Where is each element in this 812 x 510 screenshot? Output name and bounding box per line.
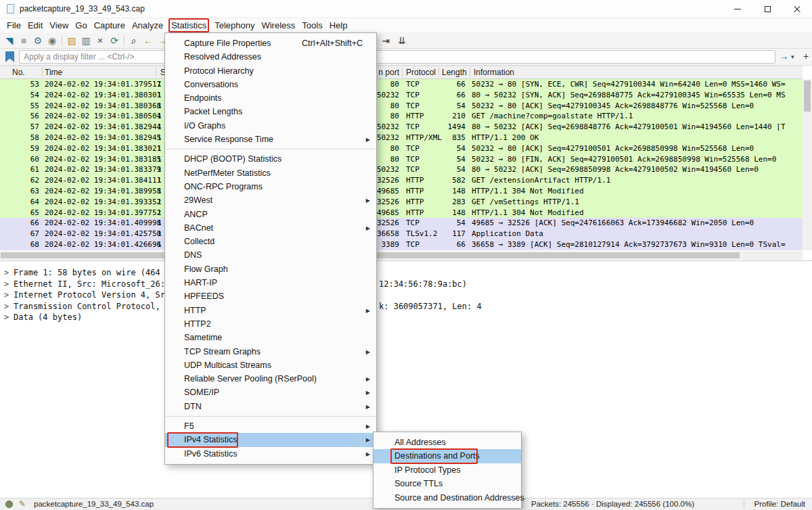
packet-row-66[interactable]: 662024-02-02 19:34:01.409998132526TCP544… (0, 218, 803, 229)
minimize-button[interactable] (723, 0, 752, 18)
packet-row-53[interactable]: 532024-02-02 19:34:01.379517180TCP665023… (0, 79, 803, 90)
menu-item-bacnet[interactable]: BACnet▶ (165, 221, 376, 235)
menu-item-endpoints[interactable]: Endpoints (165, 91, 376, 105)
expert-info-icon[interactable] (5, 501, 13, 508)
menu-item-dtn[interactable]: DTN▶ (165, 400, 376, 413)
packet-row-56[interactable]: 562024-02-02 19:34:01.380504180HTTP210GE… (0, 111, 803, 122)
capture-restart-icon[interactable]: ◉ (45, 34, 59, 47)
column-header-length[interactable]: Length (442, 66, 467, 79)
menubar-item-tools[interactable]: Tools (300, 20, 323, 31)
menu-item-protocol-hierarchy[interactable]: Protocol Hierarchy (165, 64, 376, 78)
display-filter-input[interactable] (19, 50, 775, 64)
close-capture-icon[interactable]: × (93, 34, 107, 47)
detail-line[interactable]: >Data (4 bytes) (0, 312, 812, 323)
filter-bookmark-icon[interactable] (5, 51, 14, 62)
menu-item-conversations[interactable]: Conversations (165, 78, 376, 91)
menu-item-collectd[interactable]: Collectd (165, 235, 376, 248)
menu-item-dhcp-bootp-statistics[interactable]: DHCP (BOOTP) Statistics (165, 152, 376, 166)
capture-stop-icon[interactable]: ■ (17, 34, 30, 47)
menubar-item-help[interactable]: Help (328, 20, 349, 31)
menu-item-sametime[interactable]: Sametime (165, 331, 376, 344)
packet-row-64[interactable]: 642024-02-02 19:34:01.393352132526HTTP28… (0, 197, 803, 208)
previous-packet-icon[interactable]: ← (141, 34, 155, 47)
find-packet-icon[interactable]: ⌕ (127, 34, 141, 47)
menu-item-29west[interactable]: 29West▶ (165, 193, 376, 207)
menu-item-http2[interactable]: HTTP2 (165, 317, 376, 331)
menu-item-dns[interactable]: DNS (165, 248, 376, 262)
menubar-item-edit[interactable]: Edit (26, 20, 44, 31)
menu-item-onc-rpc-programs[interactable]: ONC-RPC Programs (165, 180, 376, 193)
packet-row-62[interactable]: 622024-02-02 19:34:01.384111132526HTTP58… (0, 175, 803, 186)
column-header-information[interactable]: Information (474, 66, 514, 79)
packet-row-54[interactable]: 542024-02-02 19:34:01.380301150232TCP668… (0, 90, 803, 101)
column-header-no[interactable]: No. (12, 66, 25, 79)
menu-item-source-and-destination-addresses[interactable]: Source and Destination Addresses (374, 491, 521, 505)
menubar-item-wireless[interactable]: Wireless (260, 20, 296, 31)
packet-row-57[interactable]: 572024-02-02 19:34:01.382944150232TCP149… (0, 122, 803, 133)
menu-item-destinations-and-ports[interactable]: Destinations and Ports (374, 449, 521, 463)
menu-item-tcp-stream-graphs[interactable]: TCP Stream Graphs▶ (165, 345, 376, 358)
menubar-item-go[interactable]: Go (74, 20, 88, 31)
packet-row-58[interactable]: 582024-02-02 19:34:01.382945150232HTTP/X… (0, 133, 803, 143)
expand-icon[interactable]: > (4, 267, 14, 279)
menu-item-service-response-time[interactable]: Service Response Time▶ (165, 133, 376, 146)
menubar-item-telephony[interactable]: Telephony (213, 20, 256, 31)
open-capture-icon[interactable]: ▨ (65, 34, 78, 47)
add-filter-button[interactable]: + (801, 51, 811, 62)
menu-item-udp-multicast-streams[interactable]: UDP Multicast Streams (165, 358, 376, 372)
packet-row-59[interactable]: 592024-02-02 19:34:01.383021180TCP545023… (0, 143, 803, 154)
vertical-scrollbar[interactable] (803, 79, 812, 250)
menu-item-packet-lengths[interactable]: Packet Lengths (165, 105, 376, 118)
packet-row-63[interactable]: 632024-02-02 19:34:01.389958149685HTTP14… (0, 186, 803, 197)
expand-icon[interactable]: > (4, 301, 14, 312)
menubar-item-capture[interactable]: Capture (93, 20, 127, 31)
expand-icon[interactable]: > (4, 289, 14, 301)
column-header-protocol[interactable]: Protocol (406, 66, 436, 79)
reload-capture-icon[interactable]: ⟳ (108, 34, 121, 47)
capture-options-icon[interactable]: ⚙ (31, 34, 45, 47)
vertical-scrollbar-thumb[interactable] (804, 80, 811, 112)
expand-icon[interactable]: > (4, 312, 14, 323)
menu-item-hart-ip[interactable]: HART-IP (165, 276, 376, 289)
menu-item-flow-graph[interactable]: Flow Graph (165, 262, 376, 276)
menu-item-ancp[interactable]: ANCP (165, 208, 376, 221)
menubar-item-statistics[interactable]: Statistics (168, 18, 209, 32)
menu-item-ipv4-statistics[interactable]: IPv4 Statistics▶ (165, 433, 376, 446)
go-to-packet-icon[interactable]: ⇥ (379, 34, 392, 47)
menu-item-i-o-graphs[interactable]: I/O Graphs (165, 119, 376, 133)
filter-dropdown-caret-icon[interactable]: ▾ (791, 53, 794, 60)
menu-item-capture-file-properties[interactable]: Capture File PropertiesCtrl+Alt+Shift+C (165, 37, 376, 50)
menu-item-reliable-server-pooling-rserpool[interactable]: Reliable Server Pooling (RSerPool)▶ (165, 372, 376, 386)
packet-row-65[interactable]: 652024-02-02 19:34:01.397752149685HTTP14… (0, 208, 803, 218)
menubar-item-file[interactable]: File (5, 20, 22, 31)
menu-item-http[interactable]: HTTP▶ (165, 304, 376, 317)
status-profile[interactable]: Profile: Default (754, 500, 805, 508)
menu-item-some-ip[interactable]: SOME/IP▶ (165, 386, 376, 399)
menu-item-hpfeeds[interactable]: HPFEEDS (165, 289, 376, 303)
menu-item-netperfmeter-statistics[interactable]: NetPerfMeter Statistics (165, 166, 376, 180)
save-capture-icon[interactable]: ▥ (79, 34, 93, 47)
detail-line[interactable]: >Internet Protocol Version 4, Src: (0, 289, 812, 301)
packet-row-61[interactable]: 612024-02-02 19:34:01.383379150232TCP548… (0, 164, 803, 175)
close-button[interactable] (782, 0, 812, 18)
packet-row-68[interactable]: 682024-02-02 19:34:01.42669613389TCP6636… (0, 239, 803, 250)
menubar-item-analyze[interactable]: Analyze (131, 20, 164, 31)
packet-row-67[interactable]: 672024-02-02 19:34:01.425750136658TLSv1.… (0, 229, 803, 239)
expand-icon[interactable]: > (4, 279, 14, 290)
auto-scroll-icon[interactable]: ⇊ (395, 34, 409, 47)
menu-item-ipv6-statistics[interactable]: IPv6 Statistics▶ (165, 447, 376, 461)
maximize-button[interactable] (752, 0, 782, 18)
menu-item-all-addresses[interactable]: All Addresses (374, 436, 521, 449)
capture-comment-icon[interactable]: ✎ (19, 499, 26, 509)
menu-item-source-ttls[interactable]: Source TTLs (374, 477, 521, 490)
column-header-time[interactable]: Time (45, 66, 62, 79)
detail-line[interactable]: >Frame 1: 58 bytes on wire (464 bi (0, 267, 812, 279)
capture-start-icon[interactable]: ◥ (3, 34, 16, 47)
menu-item-f5[interactable]: F5▶ (165, 419, 376, 433)
menu-item-resolved-addresses[interactable]: Resolved Addresses (165, 50, 376, 64)
menubar-item-view[interactable]: View (48, 20, 70, 31)
menu-item-ip-protocol-types[interactable]: IP Protocol Types (374, 463, 521, 477)
horizontal-scrollbar[interactable] (0, 251, 803, 260)
apply-filter-icon[interactable]: → (779, 50, 789, 62)
packet-row-60[interactable]: 602024-02-02 19:34:01.383185180TCP545023… (0, 154, 803, 165)
